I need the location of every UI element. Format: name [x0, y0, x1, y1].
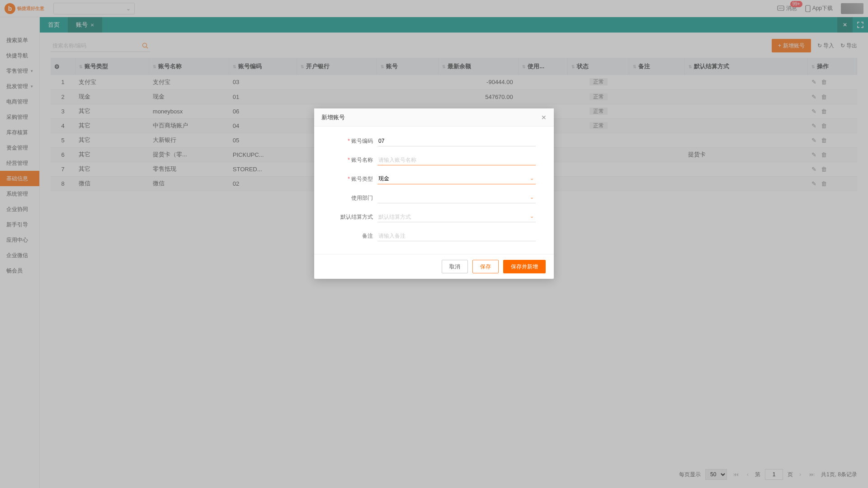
cancel-button[interactable]: 取消 [442, 260, 468, 273]
modal-overlay: 新增账号 ✕ *账号编码 *账号名称 *账号类型 ⌄ 使用部门 [0, 0, 868, 488]
chevron-down-icon: ⌄ [530, 175, 534, 181]
add-account-modal: 新增账号 ✕ *账号编码 *账号名称 *账号类型 ⌄ 使用部门 [314, 108, 554, 279]
modal-title: 新增账号 [321, 113, 345, 122]
account-type-select[interactable] [377, 174, 536, 184]
dept-select[interactable] [377, 192, 536, 203]
settle-select[interactable] [377, 211, 536, 222]
field-label-note: 备注 [362, 233, 373, 239]
account-name-input[interactable] [377, 155, 536, 165]
account-code-input[interactable] [377, 136, 536, 146]
field-label-settle: 默认结算方式 [340, 214, 373, 220]
chevron-down-icon: ⌄ [530, 213, 534, 219]
field-label-name: 账号名称 [351, 157, 373, 163]
note-input[interactable] [377, 230, 536, 241]
modal-close-button[interactable]: ✕ [541, 114, 547, 121]
chevron-down-icon: ⌄ [530, 194, 534, 200]
modal-header: 新增账号 ✕ [314, 108, 554, 127]
field-label-code: 账号编码 [351, 138, 373, 144]
save-and-new-button[interactable]: 保存并新增 [503, 260, 546, 273]
field-label-dept: 使用部门 [351, 195, 373, 201]
save-button[interactable]: 保存 [472, 260, 499, 273]
field-label-type: 账号类型 [351, 176, 373, 182]
